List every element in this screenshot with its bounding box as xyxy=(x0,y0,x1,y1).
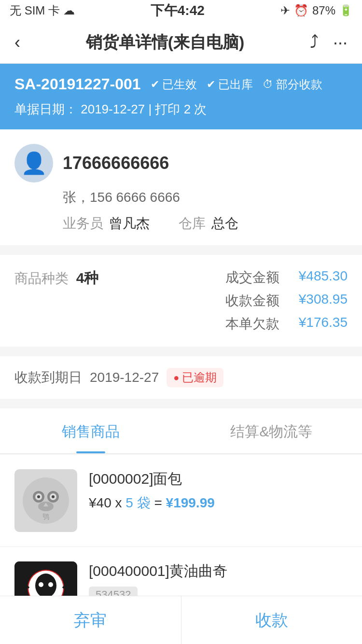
person-icon: 👤 xyxy=(21,151,47,176)
debt-row: 本单欠款 ¥176.35 xyxy=(225,315,348,333)
share-button[interactable]: ⤴ xyxy=(310,32,319,53)
type-label: 商品种类 xyxy=(14,271,69,286)
print-count: 2 xyxy=(184,102,191,116)
location-icon: ✈ xyxy=(280,4,290,17)
battery-label: 87% xyxy=(312,4,335,17)
warehouse-info: 仓库 总仓 xyxy=(179,214,238,233)
product-price-1: ¥40 x 5 袋 = ¥199.99 xyxy=(89,494,348,512)
svg-point-15 xyxy=(39,582,43,587)
unit-1: 袋 xyxy=(137,495,151,510)
received-value: ¥308.95 xyxy=(299,292,348,310)
order-date-row: 单据日期： 2019-12-27 | 打印 2 次 xyxy=(14,101,348,118)
order-header: SA-20191227-001 ✔ 已生效 ✔ 已出库 ⏱ 部分收款 单据日期：… xyxy=(0,64,362,129)
customer-details: 业务员 曾凡杰 仓库 总仓 xyxy=(14,214,348,233)
tabs-bar: 销售商品 结算&物流等 xyxy=(0,408,362,454)
amount-value: ¥485.30 xyxy=(299,268,348,287)
confirm-button[interactable]: 收款 xyxy=(181,596,362,644)
print-suffix: 次 xyxy=(194,102,207,116)
warehouse-name: 总仓 xyxy=(211,214,238,233)
due-date: 2019-12-27 xyxy=(90,370,159,385)
equals-1: = xyxy=(154,495,166,510)
due-date-section: 收款到期日 2019-12-27 ● 已逾期 xyxy=(0,356,362,399)
staff-info: 业务员 曾凡杰 xyxy=(63,214,150,233)
price-1: ¥40 xyxy=(89,495,111,510)
debt-label: 本单欠款 xyxy=(225,315,279,333)
owl-icon: 鸮 xyxy=(22,476,70,525)
nav-right: ⤴ ··· xyxy=(310,32,348,53)
due-label: 收款到期日 xyxy=(14,368,82,387)
status-right: ✈ ⏰ 87% 🔋 xyxy=(280,4,352,17)
page-title: 销货单详情(来自电脑) xyxy=(86,31,245,54)
alarm-icon: ⏰ xyxy=(294,4,308,17)
more-button[interactable]: ··· xyxy=(333,32,348,53)
sim-label: 无 SIM 卡 ☁ xyxy=(10,3,75,18)
amount-label: 成交金额 xyxy=(225,268,279,287)
received-row: 收款金额 ¥308.95 xyxy=(225,292,348,310)
product-name-1: [0000002]面包 xyxy=(89,469,348,489)
product-info-1: [0000002]面包 ¥40 x 5 袋 = ¥199.99 xyxy=(89,469,348,512)
badge-shipped: ✔ 已出库 xyxy=(207,77,253,92)
customer-name-phone: 张，156 6666 6666 xyxy=(14,188,348,207)
amount-stats: 成交金额 ¥485.30 收款金额 ¥308.95 本单欠款 ¥176.35 xyxy=(225,268,348,333)
total-1: ¥199.99 xyxy=(166,495,215,510)
customer-phone: 17666666666 xyxy=(63,153,169,173)
stats-section: 商品种类 4种 成交金额 ¥485.30 收款金额 ¥308.95 本单欠款 ¥… xyxy=(0,255,362,347)
tab-sales[interactable]: 销售商品 xyxy=(0,408,181,453)
type-value: 4种 xyxy=(76,270,99,286)
tab-settlement[interactable]: 结算&物流等 xyxy=(181,408,362,453)
received-label: 收款金额 xyxy=(225,292,279,310)
svg-point-16 xyxy=(48,582,53,587)
customer-section: 👤 17666666666 张，156 6666 6666 业务员 曾凡杰 仓库… xyxy=(0,129,362,245)
battery-icon: 🔋 xyxy=(339,4,352,17)
qty-1: 5 xyxy=(125,495,133,510)
staff-name: 曾凡杰 xyxy=(109,214,150,233)
product-item: 鸮 [0000002]面包 ¥40 x 5 袋 = ¥199.99 xyxy=(0,455,362,547)
clock-icon: ⏱ xyxy=(263,78,273,91)
order-date: 2019-12-27 xyxy=(81,102,145,116)
multiply-1: x xyxy=(115,495,126,510)
debt-value: ¥176.35 xyxy=(299,315,348,333)
status-left: 无 SIM 卡 ☁ xyxy=(10,3,75,18)
customer-row1: 👤 17666666666 xyxy=(14,144,348,182)
status-bar: 无 SIM 卡 ☁ 下午4:42 ✈ ⏰ 87% 🔋 xyxy=(0,0,362,21)
order-status-row: SA-20191227-001 ✔ 已生效 ✔ 已出库 ⏱ 部分收款 xyxy=(14,75,348,93)
staff-label: 业务员 xyxy=(63,214,103,233)
svg-text:鸮: 鸮 xyxy=(42,513,49,520)
avatar: 👤 xyxy=(14,144,53,182)
bottom-action-bar: 弃审 收款 xyxy=(0,596,362,644)
svg-point-6 xyxy=(52,495,55,498)
overdue-badge: ● 已逾期 xyxy=(167,368,223,387)
overdue-text: 已逾期 xyxy=(182,370,217,385)
badge-partial: ⏱ 部分收款 xyxy=(263,77,322,92)
order-id: SA-20191227-001 xyxy=(14,75,141,93)
amount-row: 成交金额 ¥485.30 xyxy=(225,268,348,287)
product-name-2: [000400001]黄油曲奇 xyxy=(89,561,348,581)
svg-point-5 xyxy=(37,495,40,498)
cancel-button[interactable]: 弃审 xyxy=(0,596,181,644)
check-icon-1: ✔ xyxy=(151,78,159,91)
svg-point-13 xyxy=(35,574,56,598)
nav-bar: ‹ 销货单详情(来自电脑) ⤴ ··· xyxy=(0,21,362,64)
check-icon-2: ✔ xyxy=(207,78,215,91)
print-label: | 打印 xyxy=(148,102,180,116)
status-time: 下午4:42 xyxy=(151,1,205,20)
back-button[interactable]: ‹ xyxy=(14,32,20,53)
product-thumbnail-1: 鸮 xyxy=(14,469,77,532)
product-type-stat: 商品种类 4种 xyxy=(14,268,98,333)
warehouse-label: 仓库 xyxy=(179,214,206,233)
overdue-icon: ● xyxy=(173,372,179,383)
date-label: 单据日期： xyxy=(14,102,77,116)
badge-effective: ✔ 已生效 xyxy=(151,77,197,92)
